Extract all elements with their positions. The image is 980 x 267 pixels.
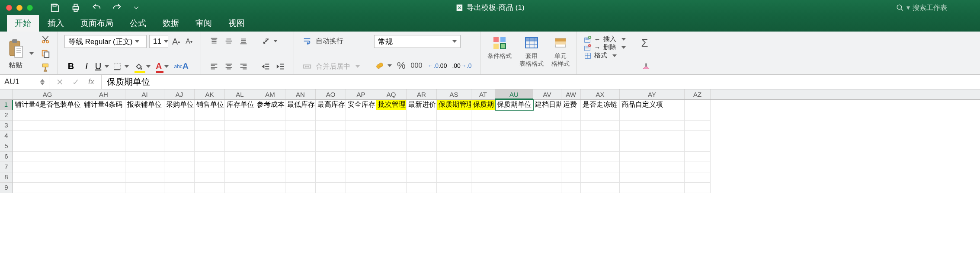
cell-AN6[interactable] [285,152,316,162]
column-header-AV[interactable]: AV [533,89,561,99]
formula-input[interactable]: 保质期单位 [101,75,980,89]
decrease-indent-icon[interactable] [260,60,272,73]
italic-button[interactable]: I [80,60,93,73]
cell-AL2[interactable] [225,110,255,121]
cell-AW1[interactable]: 运费 [561,100,581,110]
minimize-window-button[interactable] [16,5,22,11]
cell-AT1[interactable]: 保质期 [471,100,495,110]
cell-AO1[interactable]: 最高库存 [316,100,346,110]
cell-AK5[interactable] [195,141,225,152]
cell-AL3[interactable] [225,121,255,131]
cell-AT4[interactable] [471,131,495,141]
paste-button[interactable]: 粘贴 [7,38,24,70]
cell-AO9[interactable] [316,183,346,193]
phonetic-guide-button[interactable]: abcA [173,60,190,73]
column-header-AT[interactable]: AT [471,89,495,99]
cell-AN7[interactable] [285,162,316,172]
cell-AO3[interactable] [316,121,346,131]
cell-AV8[interactable] [533,172,561,183]
cell-AQ4[interactable] [376,131,407,141]
cell-AU2[interactable] [495,110,533,121]
row-header-2[interactable]: 2 [0,110,13,121]
cell-AR5[interactable] [407,141,437,152]
cell-AN9[interactable] [285,183,316,193]
column-header-AM[interactable]: AM [255,89,285,99]
cell-AX2[interactable] [581,110,620,121]
increase-decimal-icon[interactable]: ←.0.00 [426,60,448,71]
cell-AM5[interactable] [255,141,285,152]
cell-AS7[interactable] [437,162,471,172]
align-left-icon[interactable] [208,60,220,73]
wrap-text-button[interactable] [301,35,313,47]
cell-AV6[interactable] [533,152,561,162]
increase-indent-icon[interactable] [275,60,287,73]
comma-button[interactable]: 000 [410,60,424,71]
cell-AY6[interactable] [620,152,685,162]
cell-AX6[interactable] [581,152,620,162]
cell-AG1[interactable]: 辅计量4是否包装单位 [13,100,82,110]
cell-AM6[interactable] [255,152,285,162]
tab-data[interactable]: 数据 [155,14,187,32]
align-right-icon[interactable] [237,60,250,73]
cell-AH5[interactable] [82,141,125,152]
row-header-1[interactable]: 1 [0,100,13,110]
cell-AH3[interactable] [82,121,125,131]
cell-AI9[interactable] [125,183,164,193]
column-header-AK[interactable]: AK [195,89,225,99]
cell-AS1[interactable]: 保质期管理 [437,100,471,110]
row-header-5[interactable]: 5 [0,141,13,152]
cell-AL5[interactable] [225,141,255,152]
cell-AI7[interactable] [125,162,164,172]
cell-AK9[interactable] [195,183,225,193]
cell-AL7[interactable] [225,162,255,172]
cell-AW7[interactable] [561,162,581,172]
cell-AI6[interactable] [125,152,164,162]
cell-AZ5[interactable] [685,141,711,152]
cell-AI8[interactable] [125,172,164,183]
cell-AM7[interactable] [255,162,285,172]
increase-font-icon[interactable]: A▴ [171,35,182,48]
font-size-selector[interactable]: 11 [149,35,168,48]
maximize-window-button[interactable] [27,5,33,11]
cell-AY2[interactable] [620,110,685,121]
currency-button[interactable] [374,60,393,72]
cell-AK2[interactable] [195,110,225,121]
cell-AR9[interactable] [407,183,437,193]
column-header-AQ[interactable]: AQ [376,89,407,99]
cell-AZ7[interactable] [685,162,711,172]
cell-AL6[interactable] [225,152,255,162]
tab-formulas[interactable]: 公式 [122,14,154,32]
cell-AN4[interactable] [285,131,316,141]
border-button[interactable] [111,60,130,73]
cell-AZ9[interactable] [685,183,711,193]
cell-AJ4[interactable] [164,131,195,141]
cell-AK1[interactable]: 销售单位 [195,100,225,110]
align-top-icon[interactable] [208,35,220,47]
cell-AY5[interactable] [620,141,685,152]
cell-AX3[interactable] [581,121,620,131]
row-header-8[interactable]: 8 [0,172,13,183]
number-format-selector[interactable]: 常规 [374,35,461,48]
cell-AM8[interactable] [255,172,285,183]
cell-AM1[interactable]: 参考成本 [255,100,285,110]
cell-AL9[interactable] [225,183,255,193]
cell-AH7[interactable] [82,162,125,172]
cell-AU3[interactable] [495,121,533,131]
bold-button[interactable]: B [64,60,77,73]
cell-AP4[interactable] [346,131,376,141]
cell-AR3[interactable] [407,121,437,131]
tab-home[interactable]: 开始 [7,14,39,32]
cell-AV5[interactable] [533,141,561,152]
cell-AT9[interactable] [471,183,495,193]
column-header-AN[interactable]: AN [285,89,316,99]
cell-AV7[interactable] [533,162,561,172]
cell-AN5[interactable] [285,141,316,152]
autosum-button[interactable]: Σ [640,35,650,51]
font-color-button[interactable]: A [154,60,170,73]
fill-color-button[interactable] [133,60,152,73]
cell-AP8[interactable] [346,172,376,183]
redo-icon[interactable] [112,3,122,13]
cell-AP6[interactable] [346,152,376,162]
undo-icon[interactable] [92,3,101,13]
cell-AL4[interactable] [225,131,255,141]
